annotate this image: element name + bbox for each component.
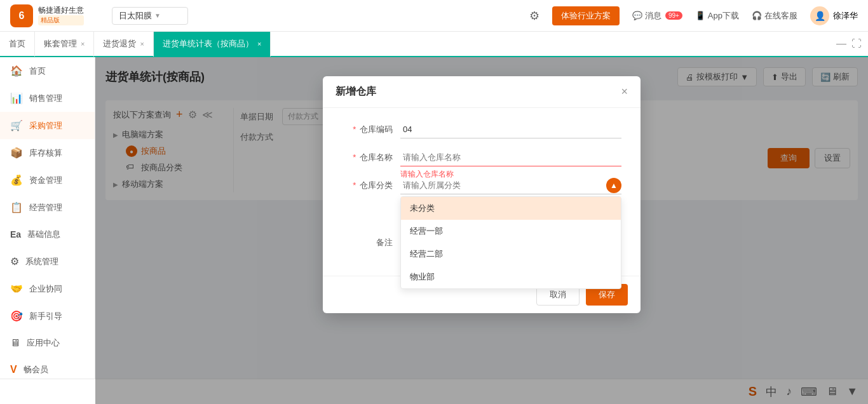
- tab-home-label: 首页: [9, 38, 25, 50]
- name-input[interactable]: [400, 149, 621, 166]
- notes-label: 备注: [342, 237, 393, 248]
- category-input-wrap: ▲ 未分类 经营一部 经营二部 物业部: [400, 177, 621, 194]
- tab-account-label: 账套管理: [44, 38, 77, 50]
- sidebar-item-basic-info-label: 基础信息: [27, 229, 60, 240]
- notification-badge: 99+: [665, 11, 682, 20]
- tab-purchase-return[interactable]: 进货退货 ×: [94, 31, 153, 57]
- tab-account-close[interactable]: ×: [81, 40, 85, 48]
- store-dropdown-arrow: ▼: [154, 12, 161, 19]
- message-icon: 💬: [632, 11, 642, 20]
- dropdown-item-dept1[interactable]: 经营一部: [401, 220, 621, 243]
- code-field-row: * 仓库编码: [342, 121, 621, 138]
- sidebar-item-purchase-label: 采购管理: [29, 120, 62, 131]
- sidebar-item-system[interactable]: ⚙ 系统管理: [0, 248, 95, 275]
- tab-minimize-btn[interactable]: —: [836, 38, 846, 50]
- dropdown-item-dept3[interactable]: 物业部: [401, 266, 621, 288]
- sidebar-item-enterprise[interactable]: 🤝 企业协同: [0, 275, 95, 302]
- dialog-close-btn[interactable]: ×: [621, 85, 628, 98]
- code-label: * 仓库编码: [342, 124, 393, 135]
- logo-sub: 精品版: [38, 15, 84, 25]
- tab-purchase-stats-label: 进货单统计表（按商品）: [163, 38, 254, 50]
- tab-purchase-stats[interactable]: 进货单统计表（按商品） ×: [154, 31, 271, 57]
- sidebar-item-app-center[interactable]: 🖥 应用中心: [0, 330, 95, 356]
- sidebar-item-system-label: 系统管理: [25, 256, 58, 267]
- operations-icon: 📋: [10, 201, 23, 213]
- avatar: 👤: [810, 6, 829, 25]
- sidebar-item-vip-label: 畅会员: [24, 364, 48, 375]
- tab-expand-btn[interactable]: ⛶: [851, 38, 862, 50]
- enterprise-icon: 🤝: [10, 283, 23, 295]
- category-toggle-btn[interactable]: ▲: [606, 178, 621, 193]
- main-layout: 🏠 首页 📊 销售管理 🛒 采购管理 📦 库存核算 💰 资金管理 📋 经营管理 …: [0, 57, 868, 404]
- sidebar-item-inventory-label: 库存核算: [29, 147, 62, 159]
- sidebar-item-basic-info[interactable]: Ea 基础信息: [0, 221, 95, 248]
- name-required: *: [353, 152, 356, 162]
- top-bar-actions: ⚙ 体验行业方案 💬 消息 99+ 📱 App下载 🎧 在线客服 👤 徐泽华: [529, 6, 858, 25]
- guide-icon: 🎯: [10, 310, 23, 322]
- category-input[interactable]: [400, 177, 606, 194]
- sidebar-item-sales[interactable]: 📊 销售管理: [0, 84, 95, 112]
- tab-home[interactable]: 首页: [0, 31, 35, 57]
- code-required: *: [353, 125, 356, 134]
- sidebar-item-operations[interactable]: 📋 经营管理: [0, 194, 95, 221]
- name-label: * 仓库名称: [342, 152, 393, 163]
- purchase-icon: 🛒: [10, 119, 23, 131]
- sidebar-item-sales-label: 销售管理: [29, 93, 62, 104]
- dropdown-item-dept2[interactable]: 经营二部: [401, 243, 621, 266]
- dialog: 新增仓库 × * 仓库编码: [323, 76, 641, 313]
- tab-bar: 首页 账套管理 × 进货退货 × 进货单统计表（按商品） × — ⛶: [0, 32, 868, 57]
- app-download-item[interactable]: 📱 App下载: [695, 10, 739, 22]
- home-icon: 🏠: [10, 65, 23, 77]
- sidebar-item-operations-label: 经营管理: [29, 202, 62, 213]
- dialog-header: 新增仓库 ×: [323, 76, 641, 108]
- tab-account[interactable]: 账套管理 ×: [35, 31, 94, 57]
- top-bar: 6 畅捷通好生意 精品版 日太阳膜 ▼ ⚙ 体验行业方案 💬 消息 99+ 📱 …: [0, 0, 868, 32]
- online-service-item[interactable]: 🎧 在线客服: [752, 10, 797, 22]
- sidebar-item-home[interactable]: 🏠 首页: [0, 57, 95, 84]
- finance-icon: 💰: [10, 174, 23, 186]
- sidebar-item-finance-label: 资金管理: [29, 175, 62, 186]
- dropdown-item-uncategorized[interactable]: 未分类: [401, 197, 621, 220]
- sidebar-item-enterprise-label: 企业协同: [29, 283, 62, 295]
- tab-actions: — ⛶: [836, 38, 868, 50]
- vip-icon: V: [10, 364, 17, 375]
- app-center-icon: 🖥: [10, 337, 20, 349]
- notification-label: 消息: [645, 10, 661, 22]
- category-label: * 仓库分类: [342, 180, 393, 191]
- sales-icon: 📊: [10, 92, 23, 104]
- code-input[interactable]: [400, 121, 621, 138]
- name-field-row: * 仓库名称 请输入仓库名称: [342, 149, 621, 166]
- notification-item[interactable]: 💬 消息 99+: [632, 10, 682, 22]
- inventory-icon: 📦: [10, 147, 23, 159]
- logo-area: 6 畅捷通好生意 精品版: [10, 4, 105, 27]
- store-name: 日太阳膜: [119, 10, 152, 22]
- sidebar-item-purchase[interactable]: 🛒 采购管理: [0, 112, 95, 139]
- sidebar-item-home-label: 首页: [29, 65, 46, 77]
- sidebar-item-inventory[interactable]: 📦 库存核算: [0, 139, 95, 166]
- avatar-area[interactable]: 👤 徐泽华: [810, 6, 858, 25]
- store-selector[interactable]: 日太阳膜 ▼: [112, 7, 188, 25]
- tab-purchase-return-close[interactable]: ×: [140, 40, 144, 48]
- system-icon: ⚙: [10, 255, 19, 267]
- experience-btn[interactable]: 体验行业方案: [552, 6, 620, 25]
- settings-icon-btn[interactable]: ⚙: [529, 9, 539, 23]
- sidebar: 🏠 首页 📊 销售管理 🛒 采购管理 📦 库存核算 💰 资金管理 📋 经营管理 …: [0, 57, 95, 404]
- category-field-row: * 仓库分类 ▲ 未分类 经营一部 经营二部 物业部: [342, 177, 621, 194]
- username: 徐泽华: [833, 10, 858, 22]
- category-dropdown: 未分类 经营一部 经营二部 物业部: [400, 196, 621, 289]
- basic-info-icon: Ea: [10, 229, 21, 239]
- category-required: *: [353, 180, 356, 190]
- sidebar-item-finance[interactable]: 💰 资金管理: [0, 166, 95, 194]
- dialog-title: 新增仓库: [336, 85, 376, 98]
- logo-name: 畅捷通好生意: [38, 6, 84, 16]
- online-service-label: 在线客服: [764, 10, 797, 22]
- content-area: 进货单统计(按商品) 🖨 按模板打印 ▼ ⬆ 导出 🔄 刷新: [95, 57, 868, 404]
- sidebar-item-guide[interactable]: 🎯 新手引导: [0, 302, 95, 330]
- tab-purchase-return-label: 进货退货: [103, 38, 136, 50]
- mobile-icon: 📱: [695, 11, 705, 20]
- dialog-body: * 仓库编码 * 仓库名称: [323, 108, 641, 276]
- tab-purchase-stats-close[interactable]: ×: [257, 40, 261, 48]
- logo-icon: 6: [10, 4, 33, 27]
- sidebar-item-app-center-label: 应用中心: [27, 337, 60, 349]
- modal-overlay: 新增仓库 × * 仓库编码: [95, 57, 868, 404]
